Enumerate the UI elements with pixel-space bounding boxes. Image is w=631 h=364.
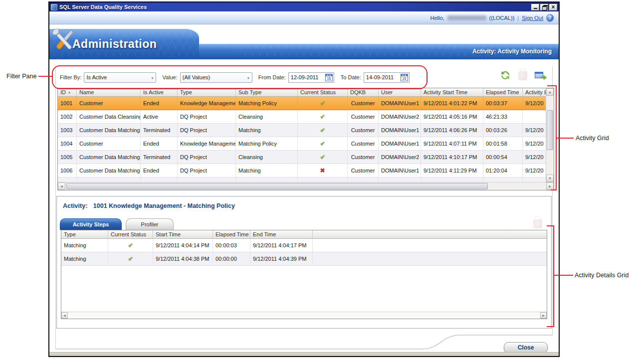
column-header-type[interactable]: Type: [61, 230, 108, 238]
details-tabs: Activity Steps Profiler: [60, 207, 174, 230]
cell: 9/12/2: [523, 178, 546, 182]
cell: 9/12/2011 4:04:14 PM: [153, 239, 213, 252]
value-select[interactable]: (All Values): [180, 72, 252, 83]
cell: 1007: [58, 178, 77, 182]
table-row[interactable]: Matching9/12/2011 4:04:14 PM00:00:039/12…: [61, 239, 547, 252]
column-header-dqkb[interactable]: DQKB: [348, 88, 379, 96]
status-success-icon: [320, 100, 325, 106]
details-grid-horizontal-scrollbar[interactable]: [61, 312, 547, 319]
cell: Domain Management: [236, 178, 298, 182]
scroll-right-arrow[interactable]: [540, 312, 547, 319]
table-row[interactable]: 1005Customer Data MatchingTerminatedDQ P…: [58, 151, 546, 164]
scope-text: ((LOCAL)): [489, 15, 515, 21]
table-row[interactable]: Matching9/12/2011 4:04:38 PM00:00:009/12…: [61, 252, 547, 266]
cell: 9/12/20: [523, 124, 546, 137]
calendar-icon[interactable]: 15: [401, 74, 408, 81]
cell: 46:21:33: [483, 110, 523, 123]
from-date-field[interactable]: 12-09-2011 15: [288, 72, 334, 83]
cell: 1003: [58, 124, 77, 137]
table-row[interactable]: 1001CustomerEndedKnowledge ManagementMat…: [58, 97, 546, 110]
sort-ascending-icon: [66, 89, 71, 95]
grid-toolbar: [500, 70, 547, 81]
column-header-user[interactable]: User: [379, 88, 421, 96]
cell: Customer Data Matching: [77, 164, 141, 177]
column-header-elapsed-time[interactable]: Elapsed Time: [483, 88, 523, 96]
vertical-scroll-thumb[interactable]: [547, 110, 553, 150]
column-header-start-time[interactable]: Start Time: [153, 230, 213, 238]
cell: 1006: [58, 164, 77, 177]
cell: Ended: [141, 164, 178, 177]
table-row[interactable]: 1004CustomerEndedKnowledge ManagementMat…: [58, 137, 546, 151]
cell: DQ Project: [178, 151, 236, 164]
scroll-left-arrow[interactable]: [61, 312, 68, 319]
close-window-button[interactable]: ×: [549, 4, 557, 10]
cell: 9/12/2011 4:05:16 PM: [421, 110, 483, 123]
terminate-button-disabled[interactable]: [518, 71, 527, 80]
column-header-is-active[interactable]: Is Active: [141, 88, 178, 96]
app-window: SQL Server Data Quality Services × Hello…: [48, 1, 560, 357]
activity-grid-horizontal-scrollbar[interactable]: [58, 182, 554, 190]
tab-activity-steps[interactable]: Activity Steps: [60, 218, 122, 230]
column-header-current-status[interactable]: Current Status: [108, 230, 153, 238]
refresh-button[interactable]: [500, 70, 511, 81]
cell: 00:00:54: [483, 151, 523, 164]
cell: Customer: [348, 164, 379, 177]
cell: Customer Data Matching: [77, 151, 141, 164]
export-button[interactable]: [535, 71, 547, 80]
cell: 9/12/20: [523, 164, 546, 177]
close-button[interactable]: Close: [504, 342, 548, 353]
horizontal-scroll-thumb[interactable]: [66, 183, 488, 189]
cell: Cleansing: [236, 110, 298, 123]
cell: 00:01:58: [483, 137, 523, 150]
scroll-right-arrow[interactable]: [546, 182, 554, 190]
table-row[interactable]: 1003Customer Data MatchingTerminatedDQ P…: [58, 124, 546, 137]
cell: 9/12/2011 5:06:41 PM: [421, 178, 483, 182]
cell: Matching Policy: [236, 137, 298, 150]
table-row[interactable]: 1002Customer Data CleansingActiveDQ Proj…: [58, 110, 546, 124]
title-bar[interactable]: SQL Server Data Quality Services ×: [49, 2, 559, 11]
column-header-type[interactable]: Type: [178, 88, 236, 96]
activity-grid: IDNameIs ActiveTypeSub TypeCurrent Statu…: [57, 88, 554, 190]
column-header-elapsed-time[interactable]: Elapsed Time: [213, 230, 250, 238]
column-header-activity-end-time[interactable]: Activity End Time: [523, 88, 546, 96]
table-row[interactable]: 1006Customer Data MatchingEndedDQ Projec…: [58, 164, 546, 178]
scroll-up-arrow[interactable]: [546, 88, 554, 96]
column-header-current-status[interactable]: Current Status: [298, 88, 348, 96]
cell: Matching: [236, 164, 298, 177]
minimize-button[interactable]: [531, 4, 539, 10]
cell: Customer: [348, 151, 379, 164]
calendar-icon[interactable]: 15: [325, 74, 333, 81]
sign-out-link[interactable]: Sign Out: [522, 15, 543, 21]
value-value: (All Values): [183, 74, 247, 80]
window-bottom-strip: [49, 352, 559, 356]
value-label: Value:: [162, 74, 177, 80]
cell: Customer: [348, 110, 379, 123]
filter-by-select[interactable]: Is Active: [84, 72, 156, 83]
activity-grid-vertical-scrollbar[interactable]: [546, 88, 554, 182]
status-success-icon: [128, 242, 133, 248]
cell: Customer: [77, 97, 141, 110]
status-success-icon: [128, 256, 133, 262]
panel-left-border: [55, 66, 56, 349]
cell: FAREAST\: [379, 178, 421, 182]
column-header-id[interactable]: ID: [58, 88, 77, 96]
column-header-sub-type[interactable]: Sub Type: [236, 88, 298, 96]
cell: 9/12/20: [523, 151, 546, 164]
help-icon[interactable]: ?: [546, 14, 554, 21]
tab-profiler[interactable]: Profiler: [126, 218, 174, 230]
table-row[interactable]: 1007CustomerEndedKnowledge ManagementDom…: [58, 178, 546, 182]
to-date-field[interactable]: 14-09-2011 15: [364, 72, 410, 83]
cell: 00:03:26: [483, 124, 523, 137]
cell: 00:00:43: [483, 178, 523, 182]
cell: Matching Policy: [236, 97, 298, 110]
scroll-left-arrow[interactable]: [58, 182, 65, 190]
column-header-name[interactable]: Name: [77, 88, 141, 96]
scroll-down-arrow[interactable]: [546, 175, 554, 182]
cell: 00:03:37: [483, 97, 523, 110]
cell: DQ Project: [178, 164, 236, 177]
page: SQL Server Data Quality Services × Hello…: [0, 0, 631, 364]
column-header-activity-start-time[interactable]: Activity Start Time: [421, 88, 483, 96]
to-date-label: To Date:: [341, 74, 361, 80]
restore-button[interactable]: [540, 4, 548, 10]
column-header-end-time[interactable]: End Time: [250, 230, 313, 238]
